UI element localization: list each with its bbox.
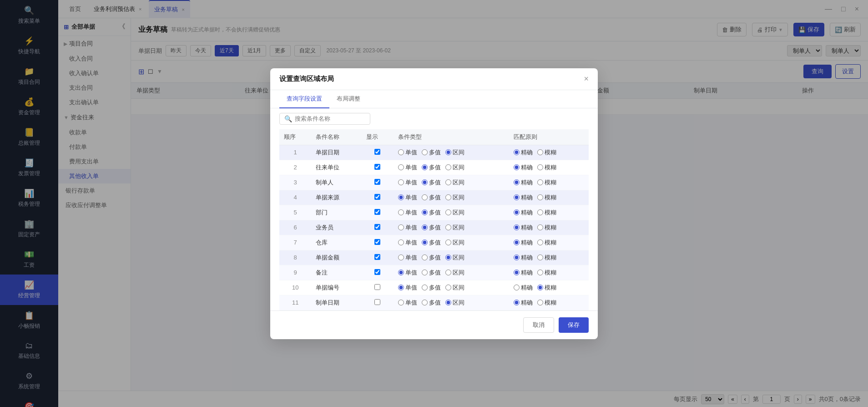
show-checkbox[interactable] <box>374 239 380 245</box>
type-single-radio[interactable]: 单值 <box>398 148 417 157</box>
match-fuzzy-radio[interactable]: 模糊 <box>537 239 556 247</box>
type-single-radio[interactable]: 单值 <box>398 209 417 217</box>
match-fuzzy-radio[interactable]: 模糊 <box>537 299 556 307</box>
type-multi-radio[interactable]: 多值 <box>422 163 441 172</box>
cell-show[interactable] <box>362 235 394 250</box>
type-multi-radio[interactable]: 多值 <box>422 178 441 187</box>
save-button[interactable]: 保存 <box>559 317 589 333</box>
type-multi-radio[interactable]: 多值 <box>422 299 441 307</box>
type-multi-radio[interactable]: 多值 <box>422 239 441 247</box>
cell-match: 精确 模糊 <box>509 235 589 250</box>
match-fuzzy-radio[interactable]: 模糊 <box>537 284 556 292</box>
cell-show[interactable] <box>362 190 394 205</box>
show-checkbox[interactable] <box>374 299 380 305</box>
show-checkbox[interactable] <box>374 194 380 200</box>
dialog-header: 设置查询区域布局 × <box>270 68 598 90</box>
show-checkbox[interactable] <box>374 254 380 260</box>
type-single-radio[interactable]: 单值 <box>398 269 417 277</box>
match-exact-radio[interactable]: 精确 <box>514 193 533 202</box>
match-exact-radio[interactable]: 精确 <box>514 178 533 187</box>
cell-show[interactable] <box>362 265 394 280</box>
type-range-radio[interactable]: 区间 <box>445 284 464 292</box>
match-fuzzy-radio[interactable]: 模糊 <box>537 269 556 277</box>
cell-type: 单值 多值 区间 <box>394 265 509 280</box>
cell-show[interactable] <box>362 160 394 175</box>
dialog-title: 设置查询区域布局 <box>279 75 334 83</box>
cell-order: 10 <box>279 280 311 295</box>
type-single-radio[interactable]: 单值 <box>398 284 417 292</box>
cell-match: 精确 模糊 <box>509 175 589 190</box>
type-multi-radio[interactable]: 多值 <box>422 224 441 232</box>
show-checkbox[interactable] <box>374 179 380 185</box>
cell-show[interactable] <box>362 295 394 310</box>
cell-type: 单值 多值 区间 <box>394 235 509 250</box>
type-range-radio[interactable]: 区间 <box>445 269 464 277</box>
cell-type: 单值 多值 区间 <box>394 205 509 220</box>
show-checkbox[interactable] <box>374 209 380 215</box>
match-exact-radio[interactable]: 精确 <box>514 224 533 232</box>
match-fuzzy-radio[interactable]: 模糊 <box>537 254 556 262</box>
type-single-radio[interactable]: 单值 <box>398 224 417 232</box>
type-range-radio[interactable]: 区间 <box>445 254 464 262</box>
type-single-radio[interactable]: 单值 <box>398 299 417 307</box>
type-single-radio[interactable]: 单值 <box>398 254 417 262</box>
cell-type: 单值 多值 区间 <box>394 250 509 265</box>
show-checkbox[interactable] <box>374 224 380 230</box>
type-range-radio[interactable]: 区间 <box>445 163 464 172</box>
type-range-radio[interactable]: 区间 <box>445 299 464 307</box>
match-exact-radio[interactable]: 精确 <box>514 239 533 247</box>
cell-show[interactable] <box>362 175 394 190</box>
match-fuzzy-radio[interactable]: 模糊 <box>537 178 556 187</box>
type-single-radio[interactable]: 单值 <box>398 178 417 187</box>
show-checkbox[interactable] <box>374 164 380 170</box>
cell-show[interactable] <box>362 280 394 295</box>
type-range-radio[interactable]: 区间 <box>445 209 464 217</box>
cell-type: 单值 多值 区间 <box>394 280 509 295</box>
cell-show[interactable] <box>362 145 394 160</box>
dialog: 设置查询区域布局 × 查询字段设置 布局调整 🔍 顺序 <box>270 68 598 339</box>
cell-match: 精确 模糊 <box>509 295 589 310</box>
match-exact-radio[interactable]: 精确 <box>514 269 533 277</box>
cell-show[interactable] <box>362 250 394 265</box>
type-multi-radio[interactable]: 多值 <box>422 148 441 157</box>
dialog-overlay: 设置查询区域布局 × 查询字段设置 布局调整 🔍 顺序 <box>0 0 868 407</box>
type-single-radio[interactable]: 单值 <box>398 239 417 247</box>
show-checkbox[interactable] <box>374 149 380 155</box>
cell-show[interactable] <box>362 220 394 235</box>
cell-order: 9 <box>279 265 311 280</box>
match-exact-radio[interactable]: 精确 <box>514 254 533 262</box>
tab-field-settings[interactable]: 查询字段设置 <box>279 90 329 108</box>
cell-order: 5 <box>279 205 311 220</box>
condition-search-input[interactable] <box>295 115 363 122</box>
type-range-radio[interactable]: 区间 <box>445 148 464 157</box>
match-fuzzy-radio[interactable]: 模糊 <box>537 224 556 232</box>
cell-order: 6 <box>279 220 311 235</box>
dialog-close-button[interactable]: × <box>584 75 589 83</box>
type-multi-radio[interactable]: 多值 <box>422 284 441 292</box>
type-range-radio[interactable]: 区间 <box>445 193 464 202</box>
type-single-radio[interactable]: 单值 <box>398 193 417 202</box>
match-fuzzy-radio[interactable]: 模糊 <box>537 148 556 157</box>
type-multi-radio[interactable]: 多值 <box>422 254 441 262</box>
type-range-radio[interactable]: 区间 <box>445 224 464 232</box>
type-single-radio[interactable]: 单值 <box>398 163 417 172</box>
type-multi-radio[interactable]: 多值 <box>422 269 441 277</box>
show-checkbox[interactable] <box>374 284 380 290</box>
match-fuzzy-radio[interactable]: 模糊 <box>537 163 556 172</box>
type-range-radio[interactable]: 区间 <box>445 178 464 187</box>
match-fuzzy-radio[interactable]: 模糊 <box>537 209 556 217</box>
match-exact-radio[interactable]: 精确 <box>514 209 533 217</box>
match-exact-radio[interactable]: 精确 <box>514 284 533 292</box>
show-checkbox[interactable] <box>374 269 380 275</box>
cancel-button[interactable]: 取消 <box>523 317 554 333</box>
match-exact-radio[interactable]: 精确 <box>514 299 533 307</box>
tab-layout[interactable]: 布局调整 <box>329 90 368 108</box>
cell-show[interactable] <box>362 205 394 220</box>
match-exact-radio[interactable]: 精确 <box>514 148 533 157</box>
type-multi-radio[interactable]: 多值 <box>422 193 441 202</box>
type-range-radio[interactable]: 区间 <box>445 239 464 247</box>
cell-name: 仓库 <box>311 235 361 250</box>
match-fuzzy-radio[interactable]: 模糊 <box>537 193 556 202</box>
match-exact-radio[interactable]: 精确 <box>514 163 533 172</box>
type-multi-radio[interactable]: 多值 <box>422 209 441 217</box>
